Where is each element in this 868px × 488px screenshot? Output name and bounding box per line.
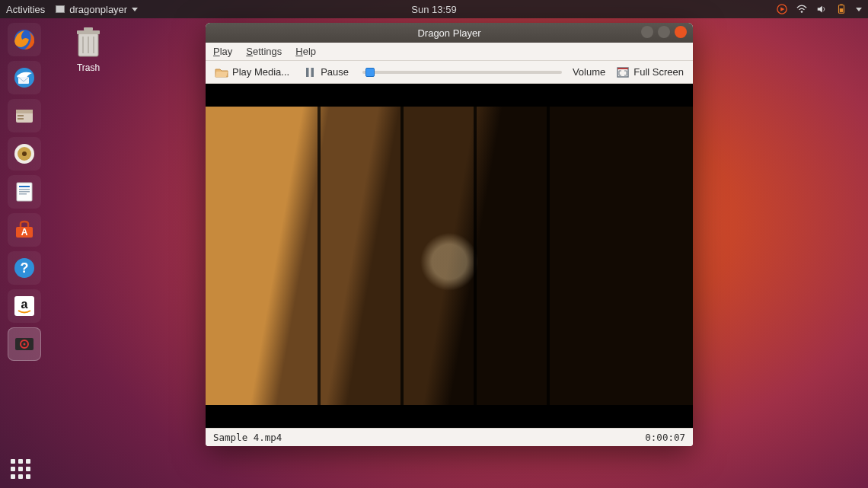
video-frame xyxy=(206,107,693,405)
slider-thumb[interactable] xyxy=(365,68,375,77)
firefox-icon xyxy=(12,27,37,52)
activities-button[interactable]: Activities xyxy=(6,4,45,15)
clock[interactable]: Sun 13:59 xyxy=(411,4,456,15)
fullscreen-icon xyxy=(616,65,630,79)
help-icon: ? xyxy=(12,256,37,280)
svg-marker-1 xyxy=(780,7,784,11)
dock-item-amazon[interactable]: a xyxy=(8,289,41,323)
dock-item-help[interactable]: ? xyxy=(8,251,41,285)
svg-point-2 xyxy=(801,11,803,13)
play-media-button[interactable]: Play Media... xyxy=(212,64,292,81)
minimize-button[interactable] xyxy=(641,26,653,38)
window-title: Dragon Player xyxy=(417,27,480,39)
svg-point-16 xyxy=(22,152,27,156)
svg-rect-19 xyxy=(19,189,30,190)
dock-item-dragonplayer[interactable] xyxy=(8,327,41,361)
dock-item-rhythmbox[interactable] xyxy=(8,137,41,171)
dock-item-writer[interactable] xyxy=(8,175,41,209)
svg-rect-13 xyxy=(18,118,24,120)
desktop-trash[interactable]: Trash xyxy=(64,26,113,73)
wifi-icon[interactable] xyxy=(796,4,807,14)
menu-play[interactable]: Play xyxy=(213,46,232,57)
status-bar: Sample 4.mp4 0:00:07 xyxy=(206,428,693,446)
battery-icon[interactable] xyxy=(836,4,847,14)
svg-text:a: a xyxy=(21,298,28,311)
system-menu-chevron-icon[interactable] xyxy=(856,8,862,11)
top-bar: Activities dragonplayer Sun 13:59 xyxy=(0,0,868,18)
thunderbird-icon xyxy=(12,65,37,90)
svg-rect-6 xyxy=(840,8,843,12)
dock-item-files[interactable] xyxy=(8,99,41,132)
menu-help[interactable]: Help xyxy=(295,46,316,57)
pause-icon xyxy=(303,65,317,79)
dock-item-thunderbird[interactable] xyxy=(8,61,41,94)
fullscreen-button[interactable]: Full Screen xyxy=(613,64,687,81)
volume-slider[interactable] xyxy=(362,67,562,78)
menu-settings[interactable]: Settings xyxy=(246,46,282,57)
svg-rect-38 xyxy=(311,68,314,77)
app-menu[interactable]: dragonplayer xyxy=(56,4,138,15)
pause-button[interactable]: Pause xyxy=(300,64,352,81)
folder-open-icon xyxy=(215,65,228,79)
menu-bar: Play Settings Help xyxy=(206,43,693,61)
amazon-icon: a xyxy=(12,294,37,318)
svg-rect-37 xyxy=(306,68,309,77)
maximize-button[interactable] xyxy=(658,26,670,38)
launcher-dock: A ? a xyxy=(5,23,44,361)
status-timecode: 0:00:07 xyxy=(645,432,685,443)
sound-icon[interactable] xyxy=(816,4,827,14)
svg-point-30 xyxy=(24,343,26,346)
writer-icon xyxy=(12,180,37,204)
window-titlebar[interactable]: Dragon Player xyxy=(206,23,693,43)
app-menu-label: dragonplayer xyxy=(69,4,127,15)
svg-rect-32 xyxy=(77,30,100,34)
software-icon: A xyxy=(12,218,37,242)
svg-text:?: ? xyxy=(21,260,29,276)
svg-text:A: A xyxy=(21,227,28,238)
svg-rect-18 xyxy=(19,186,30,187)
dock-item-software[interactable]: A xyxy=(8,213,41,247)
updates-icon[interactable] xyxy=(777,4,787,14)
svg-rect-33 xyxy=(84,27,93,30)
svg-rect-21 xyxy=(19,193,27,195)
files-icon xyxy=(12,104,37,128)
svg-rect-20 xyxy=(19,191,30,193)
slider-track xyxy=(362,71,562,74)
svg-marker-3 xyxy=(818,6,822,13)
rhythmbox-icon xyxy=(12,142,37,166)
dock-item-firefox[interactable] xyxy=(8,23,41,56)
volume-label: Volume xyxy=(573,66,605,78)
svg-rect-11 xyxy=(16,110,33,113)
svg-rect-5 xyxy=(840,4,843,5)
trash-label: Trash xyxy=(64,62,113,73)
system-indicators[interactable] xyxy=(777,4,862,14)
toolbar: Play Media... Pause Volume Full Screen xyxy=(206,61,693,84)
show-applications-button[interactable] xyxy=(11,459,30,479)
svg-rect-12 xyxy=(18,115,24,116)
video-viewport[interactable] xyxy=(206,84,693,428)
status-filename: Sample 4.mp4 xyxy=(213,432,282,443)
dragonplayer-icon xyxy=(12,332,37,356)
window-icon xyxy=(56,5,65,13)
dragon-player-window: Dragon Player Play Settings Help Play Me… xyxy=(206,23,693,446)
trash-icon xyxy=(74,26,103,59)
svg-rect-40 xyxy=(617,68,628,69)
chevron-down-icon xyxy=(132,8,138,11)
close-button[interactable] xyxy=(675,26,687,38)
